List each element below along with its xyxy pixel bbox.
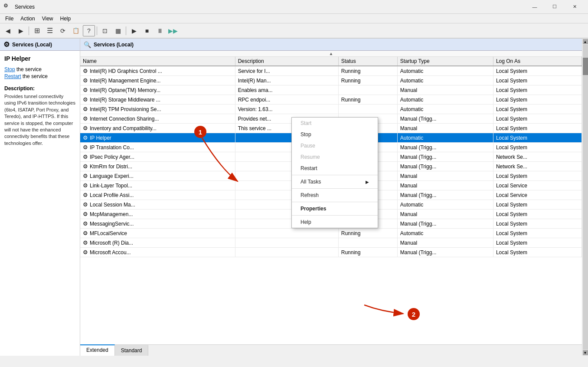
titlebar: ⚙ Services — ☐ ✕ [0, 0, 588, 14]
toolbar-help[interactable]: ? [83, 25, 95, 36]
service-icon: ⚙ [83, 68, 88, 74]
table-row[interactable]: ⚙Microsoft Accou...RunningManual (Trigg.… [80, 248, 582, 257]
service-name-cell: ⚙Intel(R) HD Graphics Control ... [80, 66, 235, 76]
content-header: 🔍 Services (Local) [80, 39, 582, 51]
toolbar-console[interactable]: ▦ [112, 25, 124, 36]
toolbar-resume[interactable]: ▶▶ [167, 25, 179, 36]
service-startup: Manual (Trigg... [397, 190, 493, 200]
service-desc: Service for I... [235, 66, 338, 76]
service-desc: RPC endpoi... [235, 95, 338, 105]
service-name-cell: ⚙Local Profile Assi... [80, 190, 235, 200]
menu-help[interactable]: Help [57, 15, 75, 23]
service-name-cell: ⚙IP Translation Co... [80, 143, 235, 152]
stop-link[interactable]: Stop [4, 66, 15, 72]
service-icon: ⚙ [83, 134, 88, 141]
service-logon: Local System [493, 219, 581, 229]
service-icon: ⚙ [83, 163, 88, 170]
service-name-cell: ⚙Language Experi... [80, 171, 235, 181]
service-status: Running [338, 76, 397, 85]
context-menu-item-label: All Tasks [301, 179, 321, 185]
content-header-icon: 🔍 [84, 41, 91, 48]
table-row[interactable]: ⚙Intel(R) TPM Provisioning Se...Version:… [80, 105, 582, 114]
toolbar-list[interactable]: ☰ [44, 25, 56, 36]
close-button[interactable]: ✕ [565, 0, 585, 14]
toolbar-back[interactable]: ◀ [2, 25, 14, 36]
col-header-desc[interactable]: Description [235, 57, 338, 66]
toolbar-stop[interactable]: ■ [141, 25, 153, 36]
service-logon: Local System [493, 200, 581, 210]
service-logon: Network Se... [493, 162, 581, 171]
context-menu-item-refresh[interactable]: Refresh [292, 190, 378, 201]
toolbar-export[interactable]: 📋 [70, 25, 82, 36]
service-status: Running [338, 248, 397, 257]
sidebar-header-title: Services (Local) [12, 42, 52, 48]
service-icon: ⚙ [83, 87, 88, 93]
toolbar-show-hide[interactable]: ⊞ [31, 25, 43, 36]
col-header-status[interactable]: Status [338, 57, 397, 66]
sidebar-restart-line: Restart the service [4, 73, 75, 79]
service-startup: Manual (Trigg... [397, 152, 493, 162]
col-header-name[interactable]: Name [80, 57, 235, 66]
service-icon: ⚙ [83, 249, 88, 256]
table-row[interactable]: ⚙Intel(R) Optane(TM) Memory...Enables am… [80, 85, 582, 95]
service-status [338, 105, 397, 114]
maximize-button[interactable]: ☐ [545, 0, 565, 14]
context-menu-submenu-arrow: ▶ [366, 180, 369, 184]
restart-link[interactable]: Restart [4, 73, 21, 79]
toolbar-refresh[interactable]: ⟳ [57, 25, 69, 36]
service-logon: Local System [493, 143, 581, 152]
scroll-down[interactable]: ▼ [583, 350, 588, 355]
table-row[interactable]: ⚙Intel(R) Management Engine...Intel(R) M… [80, 76, 582, 85]
service-startup: Manual (Trigg... [397, 248, 493, 257]
service-startup: Automatic [397, 66, 493, 76]
toolbar-grid[interactable]: ⊡ [99, 25, 111, 36]
service-name-cell: ⚙Microsoft (R) Dia... [80, 238, 235, 248]
toolbar-play[interactable]: ▶ [128, 25, 140, 36]
context-menu-item-restart[interactable]: Restart [292, 163, 378, 174]
service-icon: ⚙ [83, 144, 88, 151]
service-icon: ⚙ [83, 77, 88, 84]
annotation-1: 1 [194, 126, 206, 138]
service-name-cell: ⚙KtmRm for Distri... [80, 162, 235, 171]
service-startup: Manual (Trigg... [397, 219, 493, 229]
scroll-up[interactable]: ▲ [583, 39, 588, 44]
service-startup: Automatic [397, 95, 493, 105]
service-icon: ⚙ [83, 182, 88, 189]
table-row[interactable]: ⚙Intel(R) HD Graphics Control ...Service… [80, 66, 582, 76]
table-row[interactable]: ⚙Intel(R) Storage Middleware ...RPC endp… [80, 95, 582, 105]
context-menu-item-all-tasks[interactable]: All Tasks▶ [292, 176, 378, 187]
context-menu-item-label: Help [301, 219, 311, 225]
service-icon: ⚙ [83, 192, 88, 198]
service-logon: Local System [493, 210, 581, 219]
table-row[interactable]: ⚙Microsoft (R) Dia...ManualLocal System [80, 238, 582, 248]
table-row[interactable]: ⚙MFLocalServiceRunningAutomaticLocal Sys… [80, 229, 582, 238]
context-menu-item-label: Start [301, 120, 311, 126]
context-menu-item-help[interactable]: Help [292, 216, 378, 228]
context-menu-item-stop[interactable]: Stop [292, 129, 378, 140]
context-menu-item-properties[interactable]: Properties [292, 203, 378, 214]
stop-suffix: the service [15, 66, 42, 72]
toolbar-sep-2 [97, 26, 97, 35]
service-logon: Local System [493, 76, 581, 85]
menu-file[interactable]: File [2, 15, 17, 23]
service-icon: ⚙ [83, 96, 88, 103]
tab-extended[interactable]: Extended [80, 344, 115, 356]
service-name-cell: ⚙MFLocalService [80, 229, 235, 238]
scrollbar[interactable]: ▲ ▼ [582, 39, 588, 356]
col-header-startup[interactable]: Startup Type [397, 57, 493, 66]
sidebar-desc-text: Provides tunnel connectivity using IPv6 … [4, 93, 75, 147]
service-startup: Automatic [397, 200, 493, 210]
service-status: Running [338, 66, 397, 76]
service-logon: Local System [493, 114, 581, 124]
service-icon: ⚙ [83, 125, 88, 131]
menu-action[interactable]: Action [17, 15, 38, 23]
menu-view[interactable]: View [39, 15, 57, 23]
minimize-button[interactable]: — [525, 0, 545, 14]
toolbar-pause[interactable]: ⏸ [154, 25, 166, 36]
scroll-thumb[interactable] [583, 58, 588, 75]
service-logon: Local Service [493, 190, 581, 200]
tab-standard[interactable]: Standard [115, 345, 149, 356]
service-logon: Local Service [493, 181, 581, 190]
col-header-logon[interactable]: Log On As [493, 57, 581, 66]
toolbar-forward[interactable]: ▶ [15, 25, 27, 36]
